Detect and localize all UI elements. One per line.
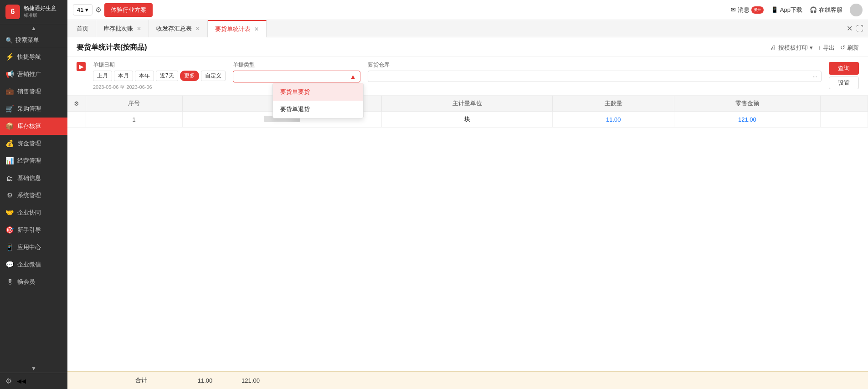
- basic-info-icon: 🗂: [5, 174, 14, 182]
- tab-order-summary[interactable]: 要货单统计表 ✕: [208, 20, 267, 37]
- th-amount: 零售金额: [674, 96, 821, 112]
- sidebar-item-purchase[interactable]: 🛒 采购管理: [0, 100, 67, 118]
- td-unit: 块: [382, 112, 553, 128]
- sidebar-item-label: 营销推广: [17, 70, 41, 78]
- export-label: 导出: [823, 44, 835, 52]
- th-quantity: 主数量: [553, 96, 674, 112]
- sidebar-item-member[interactable]: 🎖 畅会员: [0, 273, 67, 291]
- print-btn[interactable]: 🖨 按模板打印 ▾: [770, 44, 813, 52]
- sidebar-item-quick-nav[interactable]: ⚡ 快捷导航: [0, 48, 67, 66]
- tab-order-summary-label: 要货单统计表: [215, 25, 251, 33]
- sidebar-item-wechat[interactable]: 💬 企业微信: [0, 256, 67, 273]
- sidebar-item-label: 系统管理: [17, 191, 41, 200]
- table-row: 1 块 11.00 121.00: [67, 112, 868, 128]
- app-download-btn[interactable]: 📱 App下载: [771, 6, 802, 14]
- refresh-btn[interactable]: ↺ 刷新: [840, 44, 859, 52]
- settings-button[interactable]: 设置: [829, 77, 859, 89]
- warehouse-more-icon[interactable]: ···: [812, 73, 817, 80]
- sidebar-collapse-button[interactable]: ◀◀: [17, 377, 26, 385]
- sidebar-item-finance[interactable]: 💰 资金管理: [0, 135, 67, 152]
- sidebar-search[interactable]: 🔍 搜索菜单: [0, 32, 67, 48]
- tab-inventory-batch[interactable]: 库存批次账 ✕: [96, 20, 149, 37]
- date-btn-custom[interactable]: 自定义: [201, 71, 226, 81]
- app-label: App下载: [780, 6, 802, 14]
- sidebar-item-label: 应用中心: [17, 243, 41, 251]
- user-avatar[interactable]: [850, 4, 863, 16]
- chevron-down-icon: ▾: [85, 6, 88, 13]
- sidebar-item-inventory[interactable]: 📦 库存核算: [0, 118, 67, 135]
- service-label: 在线客服: [819, 6, 842, 14]
- th-settings[interactable]: ⚙: [67, 96, 86, 112]
- type-filter-input[interactable]: [237, 73, 348, 80]
- date-btn-last-month[interactable]: 上月: [93, 71, 112, 81]
- td-quantity[interactable]: 11.00: [553, 112, 674, 128]
- sidebar-bottom: ⚙ ◀◀: [0, 373, 67, 389]
- sidebar-item-system[interactable]: ⚙ 系统管理: [0, 187, 67, 204]
- filter-expand-button[interactable]: ▶: [77, 62, 86, 71]
- sidebar-item-label: 库存核算: [17, 122, 41, 130]
- sidebar-item-app-center[interactable]: 📱 应用中心: [0, 239, 67, 256]
- date-range-text: 2023-05-06 至 2023-06-06: [93, 84, 226, 91]
- industry-btn[interactable]: 体验行业方案: [104, 3, 153, 17]
- tab-home-label: 首页: [77, 25, 88, 33]
- tab-home[interactable]: 首页: [67, 20, 96, 37]
- sidebar-item-label: 销售管理: [17, 87, 41, 96]
- query-button[interactable]: 查询: [829, 62, 859, 75]
- sales-icon: 💼: [5, 87, 14, 96]
- date-btn-7days[interactable]: 近7天: [156, 71, 178, 81]
- service-icon: 🎧: [810, 6, 817, 13]
- data-table: ⚙ 序号 商品 主计量单位 主数量 零售金额 1: [67, 96, 868, 128]
- sidebar-item-label: 快捷导航: [17, 53, 41, 61]
- purchase-icon: 🛒: [5, 105, 14, 113]
- sidebar-item-cooperation[interactable]: 🤝 企业协同: [0, 204, 67, 221]
- search-icon: 🔍: [5, 37, 13, 44]
- date-btn-this-year[interactable]: 本年: [135, 71, 154, 81]
- sidebar-item-label: 采购管理: [17, 105, 41, 113]
- tab-expand-btn[interactable]: ⛶: [855, 24, 864, 34]
- date-filter-buttons: 上月 本月 本年 近7天 更多 自定义: [93, 71, 226, 81]
- th-index: 序号: [86, 96, 182, 112]
- page-actions: 🖨 按模板打印 ▾ ↑ 导出 ↺ 刷新: [770, 44, 859, 52]
- export-btn[interactable]: ↑ 导出: [818, 44, 835, 52]
- tab-inventory-batch-label: 库存批次账: [103, 25, 133, 33]
- tabbar: 首页 库存批次账 ✕ 收发存汇总表 ✕ 要货单统计表 ✕ ✕ ⛶: [67, 20, 868, 37]
- sidebar-item-basic-info[interactable]: 🗂 基础信息: [0, 169, 67, 187]
- message-icon: ✉: [731, 6, 736, 13]
- tab-collect-summary-close[interactable]: ✕: [195, 26, 200, 32]
- warehouse-filter-input[interactable]: [372, 73, 811, 80]
- online-service-btn[interactable]: 🎧 在线客服: [810, 6, 842, 14]
- tab-collect-summary[interactable]: 收发存汇总表 ✕: [149, 20, 208, 37]
- td-amount[interactable]: 121.00: [674, 112, 821, 128]
- dropdown-item-order-goods[interactable]: 要货单要货: [273, 83, 363, 101]
- type-filter-label: 单据类型: [233, 61, 360, 69]
- filter-bar: ▶ 单据日期 上月 本月 本年 近7天 更多 自定义 2023-05-06 至 …: [67, 56, 868, 96]
- message-btn[interactable]: ✉ 消息 99+: [731, 6, 764, 14]
- footer-quantity: 11.00: [182, 377, 228, 384]
- export-icon: ↑: [818, 44, 822, 51]
- main-area: 41 ▾ ⚙ 体验行业方案 ✉ 消息 99+ 📱 App下载 🎧 在线客服: [67, 0, 868, 389]
- sidebar-item-sales[interactable]: 💼 销售管理: [0, 83, 67, 100]
- table-header-row: ⚙ 序号 商品 主计量单位 主数量 零售金额: [67, 96, 868, 112]
- date-btn-more[interactable]: 更多: [180, 71, 199, 81]
- refresh-label: 刷新: [847, 44, 859, 52]
- data-table-container: ⚙ 序号 商品 主计量单位 主数量 零售金额 1: [67, 96, 868, 371]
- sidebar-nav: ⚡ 快捷导航 📢 营销推广 💼 销售管理 🛒 采购管理 📦 库存核算 💰 资金管…: [0, 48, 67, 364]
- tab-close-all-btn[interactable]: ✕: [846, 23, 853, 34]
- sidebar-scroll-up[interactable]: ▲: [0, 24, 67, 32]
- topbar-gear-icon[interactable]: ⚙: [95, 5, 102, 14]
- date-btn-this-month[interactable]: 本月: [114, 71, 133, 81]
- warehouse-filter-group: 要货仓库 ···: [368, 61, 822, 82]
- warehouse-filter-input-container: ···: [368, 71, 822, 82]
- type-filter-chevron-icon[interactable]: ▲: [350, 73, 356, 80]
- company-name: 41: [77, 6, 83, 13]
- dropdown-item-order-return[interactable]: 要货单退货: [273, 101, 363, 118]
- cooperation-icon: 🤝: [5, 209, 14, 217]
- sidebar-scroll-down[interactable]: ▼: [0, 364, 67, 373]
- tab-inventory-batch-close[interactable]: ✕: [137, 26, 141, 32]
- sidebar-item-marketing[interactable]: 📢 营销推广: [0, 66, 67, 83]
- sidebar-item-operations[interactable]: 📊 经营管理: [0, 152, 67, 169]
- tab-order-summary-close[interactable]: ✕: [254, 26, 259, 32]
- company-selector[interactable]: 41 ▾: [73, 4, 92, 15]
- settings-bottom-icon[interactable]: ⚙: [5, 377, 12, 385]
- sidebar-item-guide[interactable]: 🎯 新手引导: [0, 221, 67, 239]
